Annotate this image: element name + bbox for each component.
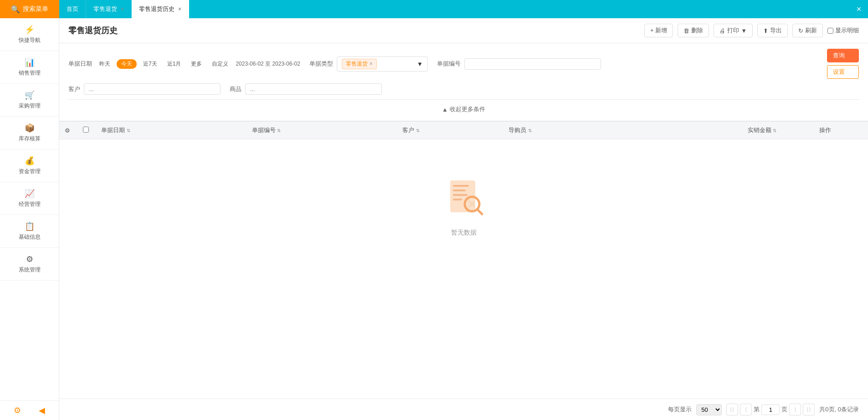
goods-filter: 商品 (230, 83, 382, 95)
sidebar: ⚡ 快捷导航 📊 销售管理 🛒 采购管理 📦 库存核算 💰 资金管理 📈 经营管… (0, 18, 59, 420)
col-guide[interactable]: 导购员 ⇅ (503, 122, 632, 139)
tab-retail-return-label: 零售退货 (93, 5, 117, 13)
date-btn-custom[interactable]: 自定义 (208, 59, 232, 69)
date-btn-yesterday[interactable]: 昨天 (96, 59, 114, 69)
empty-state: 暂无数据 (59, 139, 868, 273)
page-last-button[interactable]: ⟩⟩ (803, 404, 815, 415)
empty-illustration (441, 176, 487, 221)
sidebar-item-inventory-label: 库存核算 (19, 135, 41, 143)
system-icon: ⚙ (26, 254, 33, 264)
settings-button[interactable]: 设置 (827, 65, 859, 79)
search-menu-button[interactable]: 🔍 搜索菜单 (0, 0, 59, 18)
show-detail-label: 显示明细 (835, 26, 859, 35)
page-prev-button[interactable]: ⟨ (740, 404, 752, 415)
sidebar-item-operations[interactable]: 📈 经营管理 (0, 182, 59, 215)
collapse-up-icon: ▲ (442, 106, 448, 113)
tab-retail-return-history-close[interactable]: × (178, 6, 181, 12)
col-action: 操作 (782, 122, 868, 139)
toolbar: + 新增 🗑 删除 🖨 打印 ▼ ⬆ 导出 ↻ 刷新 (644, 24, 859, 37)
sidebar-item-sales-label: 销售管理 (19, 69, 41, 77)
select-all-checkbox[interactable] (83, 127, 89, 133)
customer-filter-label: 客户 (68, 85, 80, 93)
sidebar-item-sales[interactable]: 📊 销售管理 (0, 51, 59, 84)
sidebar-item-finance[interactable]: 💰 资金管理 (0, 149, 59, 182)
content-area: 零售退货历史 + 新增 🗑 删除 🖨 打印 ▼ ⬆ 导出 ↻ (59, 18, 868, 420)
page-navigation: ⟨⟨ ⟨ 第 页 ⟩ ⟩⟩ (726, 404, 815, 415)
svg-rect-1 (453, 185, 469, 187)
sidebar-item-basic-info[interactable]: 📋 基础信息 (0, 215, 59, 248)
window-close-button[interactable]: × (850, 0, 868, 18)
sidebar-item-system-label: 系统管理 (19, 266, 41, 274)
date-btn-7days[interactable]: 近7天 (139, 59, 161, 69)
sidebar-settings-button[interactable]: ⚙ (14, 405, 21, 415)
empty-text: 暂无数据 (451, 229, 477, 237)
search-menu-label: 搜索菜单 (23, 5, 48, 13)
number-input[interactable] (464, 58, 601, 70)
col-customer[interactable]: 客户 ⇅ (397, 122, 503, 139)
refresh-button[interactable]: ↻ 刷新 (792, 24, 823, 37)
tab-retail-return-history-label: 零售退货历史 (139, 5, 175, 13)
tab-retail-return-history[interactable]: 零售退货历史 × (132, 0, 189, 18)
number-filter: 单据编号 (437, 58, 601, 70)
sales-icon: 📊 (25, 57, 35, 67)
tab-bar: 首页 零售退货 × 零售退货历史 × (59, 0, 850, 18)
col-checkbox[interactable] (77, 122, 96, 139)
tab-home[interactable]: 首页 (59, 0, 86, 18)
quick-nav-icon: ⚡ (25, 25, 35, 35)
delete-button[interactable]: 🗑 删除 (678, 24, 709, 37)
date-btn-today[interactable]: 今天 (117, 59, 137, 69)
collapse-label: 收起更多条件 (450, 105, 485, 113)
svg-line-6 (477, 209, 482, 214)
page-size-select[interactable]: 10 20 50 100 (696, 404, 722, 415)
show-detail-checkbox[interactable] (827, 28, 833, 34)
col-settings[interactable]: ⚙ (59, 122, 77, 139)
sidebar-item-purchase[interactable]: 🛒 采购管理 (0, 84, 59, 117)
goods-filter-label: 商品 (230, 85, 241, 93)
type-select-arrow: ▼ (417, 61, 423, 67)
sidebar-item-quick-nav-label: 快捷导航 (19, 36, 41, 44)
data-table: ⚙ 单据日期 ⇅ 单据编号 ⇅ (59, 121, 868, 273)
type-tag-remove[interactable]: × (370, 61, 373, 67)
page-label-pre: 第 (754, 405, 760, 414)
page-title: 零售退货历史 (68, 25, 118, 36)
main-layout: ⚡ 快捷导航 📊 销售管理 🛒 采购管理 📦 库存核算 💰 资金管理 📈 经营管… (0, 18, 868, 420)
sidebar-item-finance-label: 资金管理 (19, 168, 41, 175)
export-button[interactable]: ⬆ 导出 (757, 24, 788, 37)
col-date[interactable]: 单据日期 ⇅ (96, 122, 247, 139)
delete-icon: 🗑 (683, 27, 689, 34)
sidebar-bottom: ⚙ ◀ (0, 400, 59, 420)
customer-filter: 客户 (68, 83, 221, 95)
sidebar-item-inventory[interactable]: 📦 库存核算 (0, 117, 59, 149)
tab-retail-return-close[interactable]: × (121, 6, 124, 12)
sidebar-collapse-button[interactable]: ◀ (39, 405, 45, 415)
sidebar-item-system[interactable]: ⚙ 系统管理 (0, 248, 59, 281)
tab-retail-return[interactable]: 零售退货 × (86, 0, 132, 18)
page-next-button[interactable]: ⟩ (789, 404, 801, 415)
col-number[interactable]: 单据编号 ⇅ (247, 122, 397, 139)
settings-col-icon: ⚙ (65, 127, 70, 134)
col-amount[interactable]: 实销金额 ⇅ (632, 122, 782, 139)
amount-sort-icon: ⇅ (773, 128, 776, 133)
date-btn-more[interactable]: 更多 (187, 59, 205, 69)
filter-area: 单据日期 昨天 今天 近7天 近1月 更多 自定义 2023-06-02 至 2… (59, 43, 868, 121)
show-detail-checkbox-label[interactable]: 显示明细 (827, 26, 859, 35)
collapse-button[interactable]: ▲ 收起更多条件 (68, 103, 859, 115)
date-filter: 单据日期 昨天 今天 近7天 近1月 更多 自定义 2023-06-02 至 2… (68, 59, 300, 69)
page-number-input[interactable] (761, 405, 780, 415)
date-btn-1month[interactable]: 近1月 (164, 59, 185, 69)
sidebar-item-quick-nav[interactable]: ⚡ 快捷导航 (0, 18, 59, 51)
customer-input[interactable] (84, 83, 221, 95)
operations-icon: 📈 (25, 189, 35, 199)
purchase-icon: 🛒 (25, 90, 35, 100)
page-label-post: 页 (781, 405, 787, 414)
svg-rect-3 (453, 194, 467, 196)
customer-sort-icon: ⇅ (416, 128, 420, 133)
goods-input[interactable] (245, 83, 382, 95)
print-button[interactable]: 🖨 打印 ▼ (714, 24, 753, 37)
type-tag: 零售退货 × (342, 59, 377, 69)
type-select[interactable]: 零售退货 × ▼ (337, 56, 428, 72)
page-first-button[interactable]: ⟨⟨ (726, 404, 738, 415)
new-button[interactable]: + 新增 (644, 24, 673, 37)
query-button[interactable]: 查询 (827, 49, 859, 62)
sidebar-item-purchase-label: 采购管理 (19, 102, 41, 110)
